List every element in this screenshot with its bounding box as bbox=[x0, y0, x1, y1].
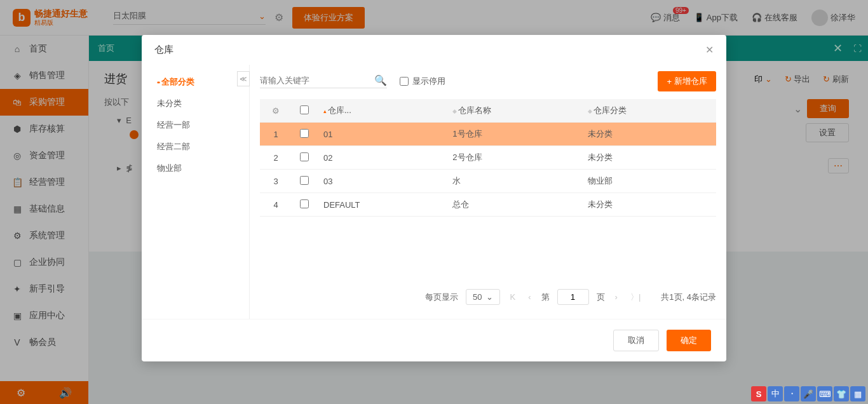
checkbox[interactable] bbox=[300, 199, 309, 208]
close-icon[interactable]: ✕ bbox=[705, 44, 714, 56]
ime-lang-icon[interactable]: 中 bbox=[768, 386, 783, 401]
column-category[interactable]: ◆仓库分类 bbox=[581, 99, 716, 123]
ime-menu-icon[interactable]: ▦ bbox=[850, 386, 865, 401]
category-item[interactable]: 经营一部 bbox=[142, 114, 249, 136]
checkbox[interactable] bbox=[400, 77, 409, 86]
collapse-icon[interactable]: ≪ bbox=[237, 71, 250, 86]
table-row[interactable]: 3 03 水 物业部 bbox=[260, 170, 716, 193]
checkbox[interactable] bbox=[300, 152, 309, 161]
search-icon[interactable]: 🔍 bbox=[374, 74, 387, 86]
search-row: 🔍 显示停用 + 新增仓库 bbox=[260, 71, 716, 91]
warehouse-table: ⚙ ▴仓库... ◆仓库名称 ◆仓库分类 1 01 1号仓库 未分类 bbox=[260, 99, 716, 217]
ime-dock: S 中 ・ 🎤 ⌨ 👕 ▦ bbox=[751, 386, 865, 401]
last-page-icon[interactable]: 〉| bbox=[628, 292, 643, 303]
column-code[interactable]: ▴仓库... bbox=[317, 99, 446, 123]
warehouse-modal: 仓库 ✕ ≪ 全部分类 未分类 经营一部 经营二部 物业部 🔍 显示停用 + 新… bbox=[142, 35, 726, 361]
page-summary: 共1页, 4条记录 bbox=[661, 292, 716, 303]
cancel-button[interactable]: 取消 bbox=[613, 330, 659, 351]
column-select-all[interactable] bbox=[292, 99, 317, 123]
show-disabled-checkbox[interactable]: 显示停用 bbox=[400, 76, 445, 87]
confirm-button[interactable]: 确定 bbox=[667, 330, 711, 351]
pagination: 每页显示 50 ⌄ K ‹ 第 页 › 〉| 共1页, 4条记录 bbox=[260, 281, 716, 313]
modal-header: 仓库 ✕ bbox=[142, 35, 726, 65]
next-page-icon[interactable]: › bbox=[613, 292, 620, 302]
prev-page-icon[interactable]: ‹ bbox=[526, 292, 533, 302]
category-all[interactable]: 全部分类 bbox=[142, 71, 249, 93]
checkbox[interactable] bbox=[300, 129, 309, 138]
search-box: 🔍 bbox=[260, 74, 387, 88]
chevron-down-icon: ⌄ bbox=[486, 292, 493, 302]
checkbox[interactable] bbox=[300, 176, 309, 185]
category-panel: ≪ 全部分类 未分类 经营一部 经营二部 物业部 bbox=[142, 65, 250, 319]
first-page-icon[interactable]: K bbox=[508, 292, 519, 302]
ime-keyboard-icon[interactable]: ⌨ bbox=[817, 386, 832, 401]
category-item[interactable]: 经营二部 bbox=[142, 136, 249, 158]
search-input[interactable] bbox=[260, 76, 374, 85]
table-row[interactable]: 1 01 1号仓库 未分类 bbox=[260, 123, 716, 146]
per-page-select[interactable]: 50 ⌄ bbox=[466, 289, 499, 305]
category-item[interactable]: 物业部 bbox=[142, 158, 249, 179]
table-row[interactable]: 4 DEFAULT 总仓 未分类 bbox=[260, 193, 716, 217]
column-name[interactable]: ◆仓库名称 bbox=[446, 99, 581, 123]
ime-punct-icon[interactable]: ・ bbox=[784, 386, 799, 401]
gear-icon: ⚙ bbox=[272, 106, 280, 116]
ime-skin-icon[interactable]: 👕 bbox=[834, 386, 849, 401]
checkbox[interactable] bbox=[300, 105, 309, 114]
ime-sogou-icon[interactable]: S bbox=[751, 386, 766, 401]
modal-title: 仓库 bbox=[154, 44, 173, 56]
table-row[interactable]: 2 02 2号仓库 未分类 bbox=[260, 146, 716, 170]
column-settings[interactable]: ⚙ bbox=[260, 99, 292, 123]
per-page-label: 每页显示 bbox=[425, 292, 458, 303]
ime-mic-icon[interactable]: 🎤 bbox=[801, 386, 816, 401]
page-input[interactable] bbox=[557, 289, 589, 305]
category-item[interactable]: 未分类 bbox=[142, 93, 249, 114]
new-warehouse-button[interactable]: + 新增仓库 bbox=[658, 71, 716, 91]
modal-body: ≪ 全部分类 未分类 经营一部 经营二部 物业部 🔍 显示停用 + 新增仓库 bbox=[142, 65, 726, 319]
modal-footer: 取消 确定 bbox=[142, 319, 726, 361]
table-panel: 🔍 显示停用 + 新增仓库 ⚙ ▴仓库... ◆仓库名称 ◆仓库分类 bbox=[250, 65, 726, 319]
